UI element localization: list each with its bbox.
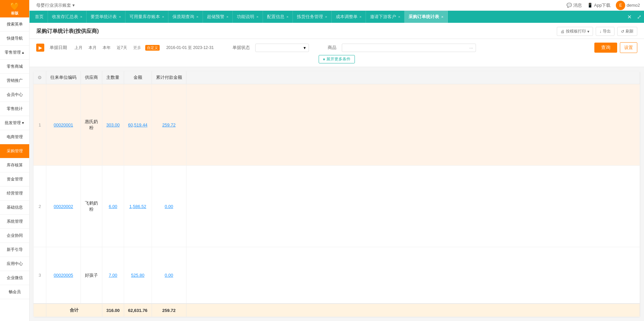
tab-expiry-check[interactable]: 保质期查询 × [168, 11, 203, 23]
close-icon[interactable]: × [80, 15, 82, 19]
row-code[interactable]: 00020001 [46, 84, 81, 166]
restore-btn[interactable]: ⤢ [636, 14, 643, 20]
filter-row-1: ▶ 单据日期 上月 本月 本年 近7天 更多 自定义 2016-01-01 至 … [36, 42, 637, 53]
tab-function-desc[interactable]: 功能说明 × [233, 11, 263, 23]
filter-toggle-btn[interactable]: ▶ [36, 44, 44, 52]
print-button[interactable]: 🖨 按模板打印 ▾ [557, 27, 593, 36]
row-qty[interactable]: 6.00 [102, 166, 124, 247]
row-qty[interactable]: 303.00 [102, 84, 124, 166]
sidebar-item-label: 零售商城 [1, 64, 28, 69]
row-paid[interactable]: 0.00 [152, 166, 186, 247]
logo-subtitle: 标版 [11, 11, 18, 16]
close-icon[interactable]: × [162, 15, 164, 19]
shortcut-last-month[interactable]: 上月 [72, 44, 85, 51]
row-paid[interactable]: 259.72 [152, 84, 186, 166]
settings-button[interactable]: 设置 [620, 42, 637, 53]
sidebar-item-inventory[interactable]: 库存核算 [0, 158, 29, 172]
top-nav-left: 母婴行业演示账套 ▾ [34, 1, 77, 10]
row-seq: 2 [34, 166, 46, 247]
shortcut-more[interactable]: 更多 [131, 44, 143, 51]
row-qty[interactable]: 7.00 [102, 247, 124, 304]
sidebar: 🧡 标版 搜索英单 快捷导航 零售管理 ▲ 零售商城 营销推广 会员中心 零售统… [0, 0, 30, 321]
close-icon[interactable]: × [256, 15, 258, 19]
close-icon[interactable]: × [286, 15, 288, 19]
tab-purchase-order-stats[interactable]: 采购订单统计表 × [405, 11, 447, 23]
status-select[interactable]: ▾ [255, 44, 309, 52]
sidebar-item-search[interactable]: 搜索英单 [0, 17, 29, 32]
col-extra [186, 71, 640, 84]
account-dropdown[interactable]: 母婴行业演示账套 ▾ [34, 1, 77, 10]
close-icon[interactable]: × [360, 15, 362, 19]
close-icon[interactable]: × [119, 15, 121, 19]
sidebar-item-member[interactable]: 会员中心 [0, 88, 29, 102]
shortcut-this-month[interactable]: 本月 [87, 44, 99, 51]
gear-icon[interactable]: ⚙ [38, 75, 42, 80]
tab-config-info[interactable]: 配置信息 × [263, 11, 293, 23]
tab-picking-task[interactable]: 拣货任务管理 × [293, 11, 331, 23]
tab-home[interactable]: 首页 [31, 11, 48, 23]
close-all-btn[interactable]: ✕ [626, 14, 633, 20]
app-download-btn[interactable]: 📱 App下载 [587, 2, 610, 8]
sidebar-item-retail-stats[interactable]: 零售统计 [0, 102, 29, 116]
row-amount[interactable]: 525.80 [124, 247, 152, 304]
close-icon[interactable]: × [226, 15, 228, 19]
sidebar-item-ecommerce[interactable]: 电商管理 [0, 130, 29, 144]
row-extra [186, 166, 640, 247]
user-menu[interactable]: E demo2 [616, 1, 640, 10]
avatar: E [616, 1, 625, 10]
row-code[interactable]: 00020005 [46, 247, 81, 304]
app-label: App下载 [594, 2, 610, 8]
sidebar-item-newguide[interactable]: 新手引导 [0, 243, 29, 257]
row-amount[interactable]: 60,519.44 [124, 84, 152, 166]
refresh-button[interactable]: ↺ 刷新 [617, 27, 637, 36]
message-btn[interactable]: 💬 消息 [567, 2, 582, 8]
tab-label: 采购订单统计表 [409, 14, 439, 20]
top-nav: 母婴行业演示账套 ▾ 💬 消息 📱 App下载 E demo2 [30, 0, 644, 11]
tab-label: 保质期查询 [172, 14, 194, 20]
sidebar-item-purchase[interactable]: 采购管理 [0, 144, 29, 158]
sidebar-item-quicknav[interactable]: 快捷导航 [0, 32, 29, 46]
tab-receive-summary[interactable]: 收发存汇总表 × [48, 11, 87, 23]
sidebar-item-wechat[interactable]: 企业微信 [0, 271, 29, 285]
filter-actions: 查询 设置 [594, 42, 637, 53]
query-button[interactable]: 查询 [594, 43, 617, 53]
page-header-actions: 🖨 按模板打印 ▾ ↓ 导出 ↺ 刷新 [557, 27, 637, 36]
tab-cost-adjust[interactable]: 成本调整单 × [332, 11, 366, 23]
shortcut-7days[interactable]: 近7天 [115, 44, 129, 51]
tab-over-stock-warning[interactable]: 超储预警 × [203, 11, 233, 23]
message-label: 消息 [573, 2, 582, 8]
page-header: 采购订单统计表(按供应商) 🖨 按模板打印 ▾ ↓ 导出 ↺ 刷新 [30, 23, 644, 39]
expand-conditions-btn[interactable]: ▾ 展开更多条件 [319, 55, 355, 63]
row-code[interactable]: 00020002 [46, 166, 81, 247]
close-icon[interactable]: × [196, 15, 198, 19]
sidebar-item-retail[interactable]: 零售管理 ▲ [0, 46, 29, 60]
tab-purchase-stats[interactable]: 要货单统计表 × [87, 11, 125, 23]
date-range-value: 2016-01-01 至 2023-12-31 [166, 45, 214, 51]
goods-input[interactable]: ··· [342, 44, 476, 52]
sidebar-item-operations[interactable]: 经营管理 [0, 186, 29, 201]
sidebar-item-retail-shop[interactable]: 零售商城 [0, 60, 29, 74]
sidebar-item-system[interactable]: 系统管理 [0, 215, 29, 229]
sidebar-item-wholesale[interactable]: 批发管理 ▼ [0, 116, 29, 130]
tab-label: 超储预警 [207, 14, 224, 20]
row-amount[interactable]: 1,586.52 [124, 166, 152, 247]
close-icon[interactable]: × [325, 15, 327, 19]
close-icon[interactable]: × [441, 15, 443, 19]
row-paid[interactable]: 0.00 [152, 247, 186, 304]
close-icon[interactable]: × [398, 15, 400, 19]
tab-invite-downstream[interactable]: 邀请下游客户 × [366, 11, 405, 23]
chevron-down-icon: ▾ [323, 57, 325, 62]
sidebar-item-basic[interactable]: 基础信息 [0, 201, 29, 215]
export-button[interactable]: ↓ 导出 [596, 27, 614, 36]
sidebar-item-vip[interactable]: 畅会员 [0, 285, 29, 299]
sidebar-item-enterprise[interactable]: 企业协同 [0, 229, 29, 243]
table-area: ⚙ 往来单位编码 供应商 主数量 金额 累计付款金额 1 00020001 [34, 71, 640, 317]
chevron-up-icon: ▲ [21, 51, 25, 54]
col-amount: 金额 [124, 71, 152, 84]
sidebar-item-finance[interactable]: 资金管理 [0, 172, 29, 186]
shortcut-this-year[interactable]: 本年 [101, 44, 113, 51]
row-supplier: 好孩子 [81, 247, 102, 304]
sidebar-item-appcenter[interactable]: 应用中心 [0, 257, 29, 271]
sidebar-item-marketing[interactable]: 营销推广 [0, 74, 29, 88]
tab-available-stock[interactable]: 可用量库存账本 × [125, 11, 168, 23]
